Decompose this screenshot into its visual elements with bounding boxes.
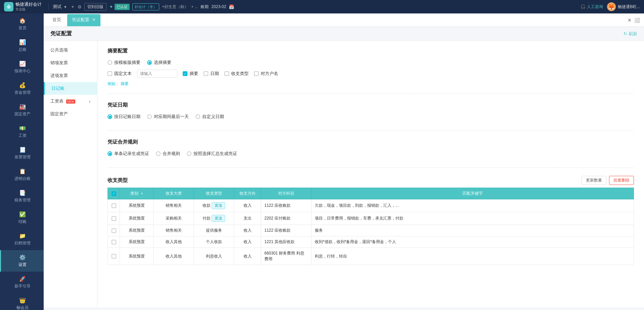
row-major-1: 采购相关 [154, 212, 194, 225]
top-tag-1[interactable]: 置顶 [212, 215, 225, 222]
header-divider-1 [48, 3, 49, 10]
date-section-title: 凭证日期 [108, 102, 634, 108]
header-right: 🎧 人工咨询 🦊 畅捷通B旺... [581, 2, 640, 11]
row-category-1: 系统预置 [120, 212, 154, 225]
reports-icon: 📈 [19, 61, 26, 67]
tab-close-icon[interactable]: ✕ [92, 17, 96, 22]
page-header: 凭证配置 ↻ 刷新 [44, 27, 644, 41]
service-btn[interactable]: 🎧 人工咨询 [581, 4, 603, 10]
row-check-0[interactable] [112, 203, 116, 208]
table-row: 系统预置 采购相关 付款 置顶 支出 2202 应付账款 项目，日常费用，报销款… [108, 212, 634, 225]
merge-radio-single-circle [108, 151, 112, 156]
date-radio-last[interactable]: 对应期间最后一天 [147, 114, 189, 120]
row-check-2[interactable] [112, 228, 116, 233]
row-type-2: 提供服务 [194, 225, 234, 236]
income-table-actions: 更新数量 批量删除 [582, 176, 634, 185]
sidebar-item-ledger[interactable]: 📊 总账 [0, 35, 44, 56]
sidebar-item-home[interactable]: 🏠 首页 [0, 13, 44, 35]
config-item-purchase-invoice[interactable]: 进项发票 [44, 69, 97, 82]
user-area[interactable]: 🦊 畅捷通B旺... [607, 2, 640, 11]
top-tag-0[interactable]: 置顶 [212, 202, 225, 209]
sort-icon[interactable]: ▾ [141, 192, 143, 195]
row-type-4: 利息收入 [194, 248, 234, 265]
sidebar-item-close[interactable]: ✅ 结账 [0, 207, 44, 229]
counter-name-checkbox[interactable]: 对方户名 [254, 71, 278, 77]
sidebar-item-assets[interactable]: 🏭 固定资产 [0, 100, 44, 121]
sidebar-item-member[interactable]: 👑 畅会员 [0, 293, 44, 310]
assets-icon: 🏭 [19, 104, 26, 110]
row-type-3: 个人收款 [194, 236, 234, 248]
invoice-icon: 🧾 [19, 147, 26, 153]
sidebar-item-trade[interactable]: 📋 进销台账 [0, 164, 44, 186]
summary-checkbox[interactable]: ✓ 摘要 [183, 71, 198, 77]
income-section: 收支类型 更新数量 批量删除 ✓ [108, 176, 634, 265]
merge-radio-group: 单条记录生成凭证 合并规则 按照选择汇总生成凭证 [108, 151, 634, 157]
row-direction-0: 收入 [234, 199, 261, 212]
row-check-4[interactable] [112, 254, 116, 259]
tab-home[interactable]: 首页 [48, 14, 66, 26]
fixed-text-input[interactable] [137, 70, 177, 78]
table-row: 系统预置 销售相关 提供服务 收入 1122 应收账款 服务 [108, 225, 634, 236]
trade-icon: 📋 [19, 168, 26, 175]
config-item-fixed-assets[interactable]: 固定资产 [44, 108, 97, 120]
date-radio-custom-circle [196, 114, 200, 119]
sidebar-item-funds[interactable]: 💰 资金管理 [0, 78, 44, 100]
fixed-text-checkbox-box [108, 71, 112, 76]
counter-name-checkbox-box [254, 71, 259, 76]
row-direction-3: 收入 [234, 236, 261, 248]
row-account-0: 1122 应收账款 [261, 199, 311, 212]
income-type-checkbox[interactable]: 收支类型 [224, 71, 249, 77]
calendar-icon[interactable]: 📅 [229, 4, 234, 9]
row-account-1: 2202 应付账款 [261, 212, 311, 225]
config-item-journal[interactable]: 日记账 [44, 82, 97, 95]
row-check-1[interactable] [112, 216, 116, 221]
sidebar-item-salary[interactable]: 💵 工资 [0, 121, 44, 143]
member-icon: 👑 [19, 297, 26, 304]
merge-radio-single[interactable]: 单条记录生成凭证 [108, 151, 149, 157]
date-radio-journal[interactable]: 按日记账日期 [108, 114, 140, 120]
gear-icon[interactable]: ⚙ [78, 4, 82, 9]
company-dropdown-icon[interactable]: ▾ [64, 4, 67, 9]
sidebar-item-reports[interactable]: 📈 报表中心 [0, 56, 44, 78]
date-checkbox[interactable]: 日期 [204, 71, 219, 77]
payroll-label: 工资表 NEW [50, 98, 75, 104]
switch-version-btn[interactable]: 切到旧版 [84, 3, 106, 11]
summary-radio-template[interactable]: 按模板版摘要 [108, 60, 140, 66]
sidebar-item-guide[interactable]: 🚀 新手引导 [0, 272, 44, 293]
tab-voucher-config[interactable]: 凭证配置 ✕ [67, 14, 100, 26]
th-major: 收支大类 [154, 188, 194, 199]
add-icon[interactable]: ＋ [71, 4, 75, 10]
row-direction-4: 收入 [234, 248, 261, 265]
tab-close-window-btn[interactable]: ✕ [628, 17, 632, 23]
salary-icon: 💵 [19, 125, 26, 131]
fixed-text-checkbox[interactable]: 固定文本 [108, 71, 132, 77]
row-keywords-0: 欠款，现金，项目款，到款，报销款，汇入，... [311, 199, 634, 212]
config-item-public[interactable]: 公共选项 [44, 44, 97, 56]
user-avatar: 🦊 [607, 2, 616, 11]
update-count-btn[interactable]: 更新数量 [582, 176, 606, 185]
expand-chevron-icon: › [89, 99, 90, 104]
refresh-btn[interactable]: ↻ 刷新 [624, 31, 637, 37]
tab-expand-btn[interactable]: ⬜ [634, 17, 640, 23]
date-radio-custom[interactable]: 自定义日期 [196, 114, 224, 120]
summary-section: 摘要配置 按模板版摘要 选择摘要 [108, 48, 634, 94]
sidebar-item-settings[interactable]: ⚙️ 设置 [0, 250, 44, 272]
config-item-payroll[interactable]: 工资表 NEW › [44, 95, 97, 108]
date-section: 凭证日期 按日记账日期 对应期间最后一天 [108, 102, 634, 131]
sidebar-item-invoice[interactable]: 🧾 发票管理 [0, 143, 44, 164]
row-category-0: 系统预置 [120, 199, 154, 212]
product-tag-1: 好会计（专） [132, 3, 159, 10]
sidebar-item-tax[interactable]: 📑 税务管理 [0, 186, 44, 207]
merge-radio-rules[interactable]: 合并规则 [156, 151, 180, 157]
select-all-checkbox[interactable]: ✓ [112, 191, 116, 196]
th-check: ✓ [108, 188, 120, 199]
row-check-3[interactable] [112, 240, 116, 244]
summary-radio-select[interactable]: 选择摘要 [147, 60, 171, 66]
batch-delete-btn[interactable]: 批量删除 [609, 176, 634, 185]
sidebar-item-archive[interactable]: 📁 归档管理 [0, 229, 44, 250]
row-major-2: 销售相关 [154, 225, 194, 236]
merge-radio-summary[interactable]: 按照选择汇总生成凭证 [187, 151, 237, 157]
config-item-sales-invoice[interactable]: 销项发票 [44, 56, 97, 69]
product-tag-2: +好生意（标） [162, 4, 188, 10]
date-radio-group: 按日记账日期 对应期间最后一天 自定义日期 [108, 114, 634, 120]
